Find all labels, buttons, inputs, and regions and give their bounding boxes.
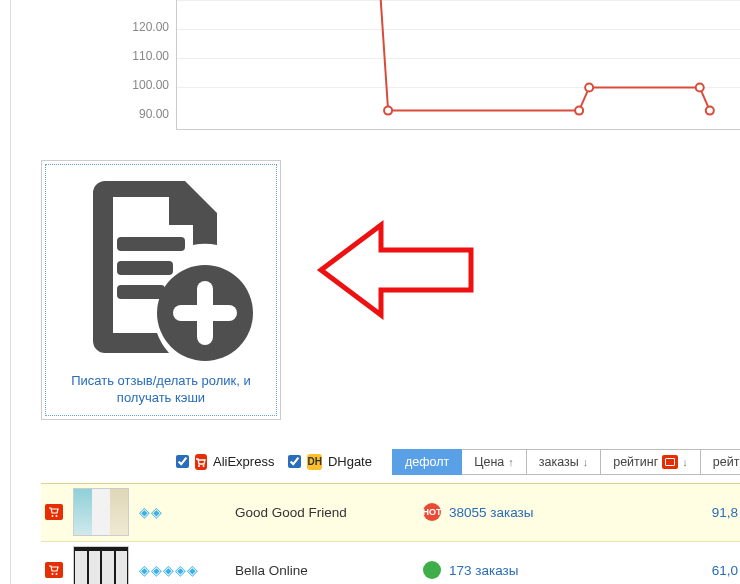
sort-rating2-tab[interactable]: рейти — [701, 449, 740, 475]
svg-point-12 — [203, 465, 205, 467]
svg-rect-5 — [117, 237, 185, 251]
ytick: 120.00 — [109, 20, 169, 34]
seller-rating-gems: ◈◈◈◈◈ — [135, 562, 235, 578]
annotation-arrow-icon — [311, 215, 481, 328]
ytick: 100.00 — [109, 78, 169, 92]
sort-tabs: дефолт Цена↑ заказы↓ рейтинг↓ рейти — [392, 449, 740, 475]
filter-aliexpress-checkbox[interactable] — [176, 455, 189, 468]
sort-orders-tab[interactable]: заказы↓ — [527, 449, 601, 475]
svg-rect-7 — [117, 285, 165, 299]
svg-point-3 — [696, 83, 704, 91]
write-review-card[interactable]: Писать отзыв/делать ролик, и получать кэ… — [41, 160, 281, 420]
filter-bar: AliExpress DH DHgate дефолт Цена↑ заказы… — [11, 445, 740, 483]
sort-desc-icon: ↓ — [583, 456, 589, 468]
table-row[interactable]: ◈◈◈◈◈ Bella Online 173 заказы 61,0 — [41, 542, 740, 584]
sort-rating-tab[interactable]: рейтинг↓ — [601, 449, 701, 475]
cart-mini-icon — [662, 455, 678, 469]
svg-point-16 — [56, 573, 58, 575]
svg-point-2 — [585, 83, 593, 91]
seller-table: ◈◈ Good Good Friend HOT 38055 заказы 91,… — [41, 483, 740, 584]
sort-default-tab[interactable]: дефолт — [392, 449, 462, 475]
svg-point-13 — [52, 515, 54, 517]
svg-point-0 — [384, 107, 392, 115]
cart-icon[interactable] — [45, 562, 63, 578]
svg-point-11 — [198, 465, 200, 467]
status-badge-icon — [423, 561, 441, 579]
svg-point-15 — [52, 573, 54, 575]
filter-aliexpress-label: AliExpress — [213, 454, 274, 469]
svg-point-4 — [706, 107, 714, 115]
cart-icon[interactable] — [45, 504, 63, 520]
write-review-label: Писать отзыв/делать ролик, и получать кэ… — [46, 369, 276, 415]
product-thumbnail[interactable] — [73, 546, 129, 584]
sort-asc-icon: ↑ — [508, 456, 514, 468]
filter-dhgate-label: DHgate — [328, 454, 372, 469]
hot-badge-icon: HOT — [423, 503, 441, 521]
seller-name[interactable]: Bella Online — [235, 563, 415, 578]
orders-count[interactable]: 173 заказы — [449, 563, 579, 578]
price-value: 91,8 — [690, 505, 740, 520]
sort-price-tab[interactable]: Цена↑ — [462, 449, 527, 475]
seller-name[interactable]: Good Good Friend — [235, 505, 415, 520]
aliexpress-badge-icon — [195, 454, 207, 470]
dhgate-badge-icon: DH — [307, 454, 321, 470]
add-document-icon — [46, 165, 276, 369]
chart-series — [177, 0, 740, 131]
svg-point-1 — [575, 107, 583, 115]
filter-dhgate-checkbox[interactable] — [288, 455, 301, 468]
table-row[interactable]: ◈◈ Good Good Friend HOT 38055 заказы 91,… — [41, 484, 740, 542]
ytick: 110.00 — [109, 49, 169, 63]
price-value: 61,0 — [690, 563, 740, 578]
orders-count[interactable]: 38055 заказы — [449, 505, 579, 520]
sort-desc-icon: ↓ — [682, 456, 688, 468]
product-thumbnail[interactable] — [73, 488, 129, 536]
ytick: 90.00 — [109, 107, 169, 121]
price-chart: 120.00 110.00 100.00 90.00 — [41, 0, 740, 150]
seller-rating-gems: ◈◈ — [135, 504, 235, 520]
svg-point-14 — [56, 515, 58, 517]
svg-rect-6 — [117, 261, 173, 275]
chart-plot-area — [176, 0, 740, 130]
